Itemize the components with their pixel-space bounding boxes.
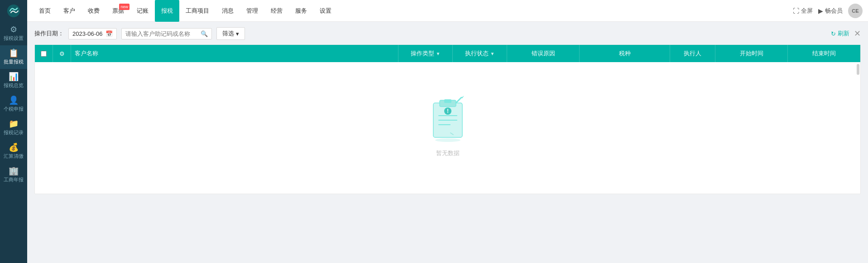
empty-illustration: ! <box>421 89 475 144</box>
select-all-checkbox[interactable] <box>41 51 47 57</box>
refresh-button[interactable]: ↻ 刷新 <box>831 29 849 38</box>
scrollbar-thumb[interactable] <box>857 64 859 75</box>
topnav: 首页 客户 收费 票据 new 记账 报税 工商项目 消息 管理 经营 <box>27 0 868 22</box>
sidebar-item-baoshui-shezhi[interactable]: ⚙ 报税设置 <box>0 22 27 45</box>
sidebar-item-baoshui-zonglam[interactable]: 📊 报税总览 <box>0 69 27 93</box>
empty-text: 暂无数据 <box>436 149 460 157</box>
svg-rect-3 <box>444 99 451 103</box>
nav-xiaoxi[interactable]: 消息 <box>216 0 240 22</box>
personal-tax-icon: 👤 <box>9 96 19 104</box>
sidebar-item-huisuan-jiaona[interactable]: 💰 汇算清缴 <box>0 140 27 163</box>
th-end-time: 结束时间 <box>788 45 860 62</box>
nav-shoufei[interactable]: 收费 <box>82 0 106 22</box>
svg-line-9 <box>456 97 461 103</box>
empty-state: ! 暂无数据 <box>35 62 860 194</box>
filter-bar-right: ↻ 刷新 ✕ <box>831 29 861 38</box>
table-header: ⚙ 客户名称 操作类型 ▼ 执行状态 ▼ 错误原因 税种 <box>35 45 860 62</box>
th-op-type[interactable]: 操作类型 ▼ <box>398 45 453 62</box>
sort-icon: ▼ <box>436 51 441 56</box>
avatar[interactable]: CE <box>848 4 863 18</box>
sidebar-item-gongshang-nianbao[interactable]: 🏢 工商年报 <box>0 163 27 187</box>
batch-tax-icon: 📋 <box>9 49 19 57</box>
nav-gongshang[interactable]: 工商项目 <box>179 0 216 22</box>
content: 操作日期： 2023-06-06 📅 🔍 筛选 ▾ ↻ 刷新 ✕ <box>27 22 868 263</box>
chevron-down-icon: ▾ <box>236 30 239 37</box>
nav-shezhi[interactable]: 设置 <box>313 0 338 22</box>
th-exec-status[interactable]: 执行状态 ▼ <box>453 45 507 62</box>
table-body: ! 暂无数据 <box>35 62 860 194</box>
fullscreen-icon: ⛶ <box>793 7 799 15</box>
th-error-reason: 错误原因 <box>507 45 580 62</box>
sidebar-item-baoshui-jilu[interactable]: 📁 报税记录 <box>0 116 27 140</box>
th-executor: 执行人 <box>670 45 715 62</box>
fullscreen-button[interactable]: ⛶ 全屏 <box>793 7 813 15</box>
sort-icon: ▼ <box>490 51 495 56</box>
filter-bar: 操作日期： 2023-06-06 📅 🔍 筛选 ▾ ↻ 刷新 ✕ <box>34 27 861 40</box>
nav-piao[interactable]: 票据 new <box>106 0 130 22</box>
new-badge: new <box>119 4 129 10</box>
member-button[interactable]: ▶ 畅会员 <box>818 7 843 15</box>
sidebar-logo <box>0 0 27 22</box>
sidebar: ⚙ 报税设置 📋 批量报税 📊 报税总览 👤 个税申报 📁 报税记录 💰 汇算清… <box>0 0 27 263</box>
filter-button[interactable]: 筛选 ▾ <box>216 27 245 40</box>
nav-baoshui[interactable]: 报税 <box>155 0 179 22</box>
nav-fuwu[interactable]: 服务 <box>289 0 313 22</box>
sidebar-item-piliang-baoshui[interactable]: 📋 批量报税 <box>0 45 27 69</box>
nav-home[interactable]: 首页 <box>33 0 57 22</box>
column-settings-icon: ⚙ <box>59 50 65 57</box>
topnav-right: ⛶ 全屏 ▶ 畅会员 CE <box>793 4 863 18</box>
record-icon: 📁 <box>9 120 19 128</box>
nav-client[interactable]: 客户 <box>57 0 82 22</box>
th-settings[interactable]: ⚙ <box>53 45 71 62</box>
settings-icon: ⚙ <box>10 25 17 34</box>
nav-guanli[interactable]: 管理 <box>240 0 264 22</box>
calendar-icon: 📅 <box>106 30 113 37</box>
th-tax-type: 税种 <box>580 45 670 62</box>
video-icon: ▶ <box>818 7 823 15</box>
nav-jizhang[interactable]: 记账 <box>130 0 155 22</box>
svg-text:!: ! <box>447 108 449 114</box>
search-icon: 🔍 <box>201 30 208 37</box>
th-client-name: 客户名称 <box>71 45 398 62</box>
th-checkbox[interactable] <box>35 45 53 62</box>
settlement-icon: 💰 <box>9 143 19 151</box>
overview-icon: 📊 <box>9 73 19 81</box>
date-value: 2023-06-06 <box>72 30 103 37</box>
table-container: ⚙ 客户名称 操作类型 ▼ 执行状态 ▼ 错误原因 税种 <box>34 44 861 194</box>
close-button[interactable]: ✕ <box>854 29 861 38</box>
main-area: 首页 客户 收费 票据 new 记账 报税 工商项目 消息 管理 经营 <box>27 0 868 263</box>
refresh-icon: ↻ <box>831 30 836 37</box>
date-label: 操作日期： <box>34 29 64 38</box>
search-input[interactable] <box>125 30 198 37</box>
svg-point-12 <box>435 138 460 142</box>
nav-jingying[interactable]: 经营 <box>264 0 289 22</box>
sidebar-item-geshui-shenbao[interactable]: 👤 个税申报 <box>0 93 27 116</box>
annual-report-icon: 🏢 <box>9 167 19 175</box>
date-picker[interactable]: 2023-06-06 📅 <box>68 28 117 39</box>
th-start-time: 开始时间 <box>715 45 788 62</box>
search-box[interactable]: 🔍 <box>121 28 212 39</box>
